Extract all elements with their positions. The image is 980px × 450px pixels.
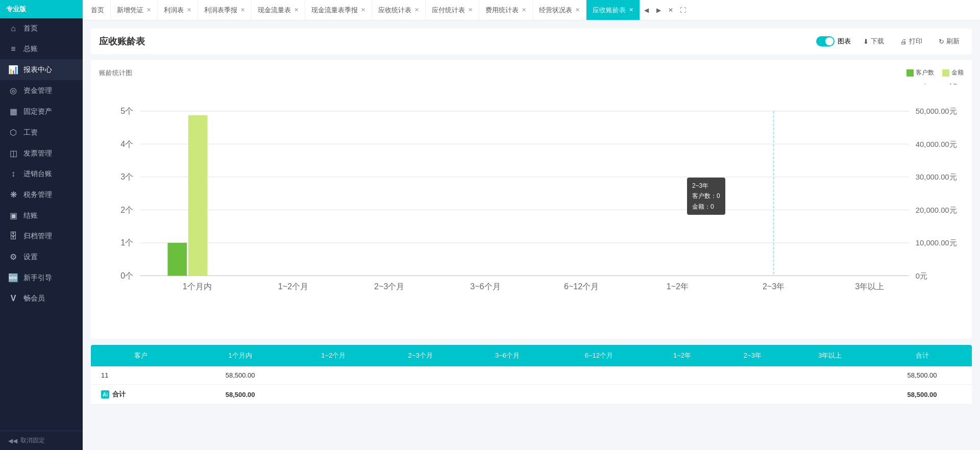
sidebar-item-salary[interactable]: ⬡ 工资 (0, 122, 83, 143)
tab-voucher-close[interactable]: ✕ (146, 7, 151, 13)
tab-receivable-stat-close[interactable]: ✕ (414, 7, 419, 13)
sidebar-item-label: 首页 (23, 24, 38, 33)
tab-aging-close[interactable]: ✕ (629, 7, 633, 13)
col-m23: 2~3个月 (377, 345, 463, 366)
total-total: 58,500.00 (872, 385, 972, 405)
col-y3plus: 3年以上 (788, 345, 872, 366)
tab-operation-stat[interactable]: 经营状况表 ✕ (533, 0, 586, 20)
tab-cashflow-quarterly-close[interactable]: ✕ (361, 7, 365, 13)
tab-receivable-stat-label: 应收统计表 (378, 6, 411, 15)
svg-text:0个: 0个 (120, 271, 133, 280)
svg-text:3~6个月: 3~6个月 (470, 282, 500, 291)
chart-toggle[interactable]: 图表 (816, 36, 851, 46)
home-icon: ⌂ (8, 24, 18, 33)
tab-receivable-stat[interactable]: 应收统计表 ✕ (372, 0, 426, 20)
svg-text:10,000.00元: 10,000.00元 (916, 239, 957, 247)
tab-expense-stat-label: 费用统计表 (485, 6, 519, 15)
chart-container: 账龄统计图 客户数 金额 (91, 60, 972, 339)
sidebar-item-label: 总账 (23, 44, 38, 54)
sidebar-item-reports[interactable]: 📊 报表中心 (0, 59, 83, 80)
tab-home[interactable]: 首页 (85, 0, 111, 20)
cell-m23 (377, 366, 463, 385)
tab-profit-close[interactable]: ✕ (187, 7, 191, 13)
sidebar-item-label: 固定资产 (23, 107, 52, 116)
sidebar-item-archive[interactable]: 🗄 归档管理 (0, 226, 83, 246)
col-y12: 1~2年 (647, 345, 718, 366)
tab-expense-stat[interactable]: 费用统计表 ✕ (479, 0, 533, 20)
table-header-row: 客户 1个月内 1~2个月 2~3个月 3~6个月 6~12个月 1~2年 2~… (91, 345, 972, 366)
sidebar-item-inventory[interactable]: ↕ 进销台账 (0, 164, 83, 184)
sidebar-item-assets[interactable]: ▦ 固定资产 (0, 101, 83, 122)
print-button[interactable]: 🖨 打印 (896, 35, 926, 48)
data-table: 客户 1个月内 1~2个月 2~3个月 3~6个月 6~12个月 1~2年 2~… (91, 345, 972, 405)
col-m1: 1个月内 (190, 345, 290, 366)
tab-aging[interactable]: 应收账龄表 ✕ (586, 0, 640, 20)
tab-cashflow[interactable]: 现金流量表 ✕ (252, 0, 305, 20)
tab-voucher[interactable]: 新增凭证 ✕ (111, 0, 158, 20)
tab-expense-stat-close[interactable]: ✕ (522, 7, 526, 13)
sidebar-item-close[interactable]: ▣ 结账 (0, 205, 83, 226)
col-customer: 客户 (91, 345, 190, 366)
chart-svg-container: 0个 1个 2个 3个 4个 5个 0元 10,000.00元 20,000.0… (99, 84, 964, 331)
total-icon: Ai (101, 390, 109, 398)
tab-profit[interactable]: 利润表 ✕ (158, 0, 198, 20)
sidebar-item-vip[interactable]: V 畅会员 (0, 288, 83, 309)
sidebar-item-label: 结账 (23, 211, 38, 220)
cell-m36 (464, 366, 551, 385)
col-m36: 3~6个月 (464, 345, 551, 366)
cell-customer: 11 (91, 366, 190, 385)
svg-text:3个: 3个 (120, 172, 133, 181)
sidebar-item-settings[interactable]: ⚙ 设置 (0, 246, 83, 267)
page-title: 应收账龄表 (99, 35, 145, 47)
tab-cashflow-quarterly[interactable]: 现金流量表季报 ✕ (305, 0, 372, 20)
tab-payable-stat[interactable]: 应付统计表 ✕ (426, 0, 479, 20)
toggle-track[interactable] (816, 36, 835, 46)
funds-icon: ◎ (8, 86, 18, 95)
sidebar-item-label: 设置 (23, 253, 38, 262)
cell-total: 58,500.00 (872, 366, 972, 385)
sidebar-item-label: 进销台账 (23, 169, 52, 179)
tabs-close-all-button[interactable]: ✕ (665, 0, 677, 20)
legend-customer-label: 客户数 (916, 68, 934, 77)
tab-profit-quarterly[interactable]: 利润表季报 ✕ (198, 0, 252, 20)
sidebar-item-label: 报表中心 (23, 65, 52, 74)
sidebar-item-funds[interactable]: ◎ 资金管理 (0, 80, 83, 101)
bar-customers-0[interactable] (167, 243, 187, 276)
tab-payable-stat-label: 应付统计表 (432, 6, 465, 15)
tab-payable-stat-close[interactable]: ✕ (468, 7, 473, 13)
legend-customer: 客户数 (906, 68, 934, 77)
tab-operation-stat-close[interactable]: ✕ (575, 7, 580, 13)
total-row: Ai 合计 58,500.00 58,500.00 (91, 385, 972, 405)
cell-y12 (647, 366, 718, 385)
sidebar-item-guide[interactable]: 🆕 新手引导 (0, 267, 83, 288)
svg-text:1~2年: 1~2年 (667, 282, 689, 291)
guide-icon: 🆕 (8, 273, 18, 283)
invoice-icon: ◫ (8, 148, 18, 158)
sidebar-item-invoice[interactable]: ◫ 发票管理 (0, 143, 83, 164)
bar-amount-0[interactable] (188, 115, 208, 276)
tabs-fullscreen-button[interactable]: ⛶ (677, 0, 689, 20)
cell-m1: 58,500.00 (190, 366, 290, 385)
tab-profit-label: 利润表 (164, 6, 184, 15)
tab-profit-quarterly-close[interactable]: ✕ (240, 7, 245, 13)
svg-text:2个: 2个 (120, 205, 133, 214)
tabs-prev-button[interactable]: ◀ (640, 0, 652, 20)
page-header: 应收账龄表 图表 ⬇ 下载 🖨 打印 ↻ 刷新 (91, 29, 972, 54)
svg-text:60,000.00元: 60,000.00元 (916, 84, 957, 85)
download-button[interactable]: ⬇ 下载 (859, 35, 888, 48)
svg-text:5个: 5个 (120, 106, 133, 115)
ledger-icon: ≡ (8, 44, 18, 54)
col-m612: 6~12个月 (551, 345, 647, 366)
total-m36 (464, 385, 551, 405)
sidebar-item-ledger[interactable]: ≡ 总账 (0, 39, 83, 59)
sidebar-item-home[interactable]: ⌂ 首页 (0, 18, 83, 39)
sidebar-item-tax[interactable]: ❋ 税务管理 (0, 184, 83, 205)
sidebar-item-label: 新手引导 (23, 273, 52, 283)
sidebar-unpin-button[interactable]: ◀◀ 取消固定 (0, 431, 83, 450)
total-m12 (290, 385, 377, 405)
tabs-next-button[interactable]: ▶ (652, 0, 665, 20)
salary-icon: ⬡ (8, 128, 18, 137)
total-y3plus (788, 385, 872, 405)
refresh-button[interactable]: ↻ 刷新 (935, 35, 964, 48)
tab-cashflow-close[interactable]: ✕ (294, 7, 299, 13)
